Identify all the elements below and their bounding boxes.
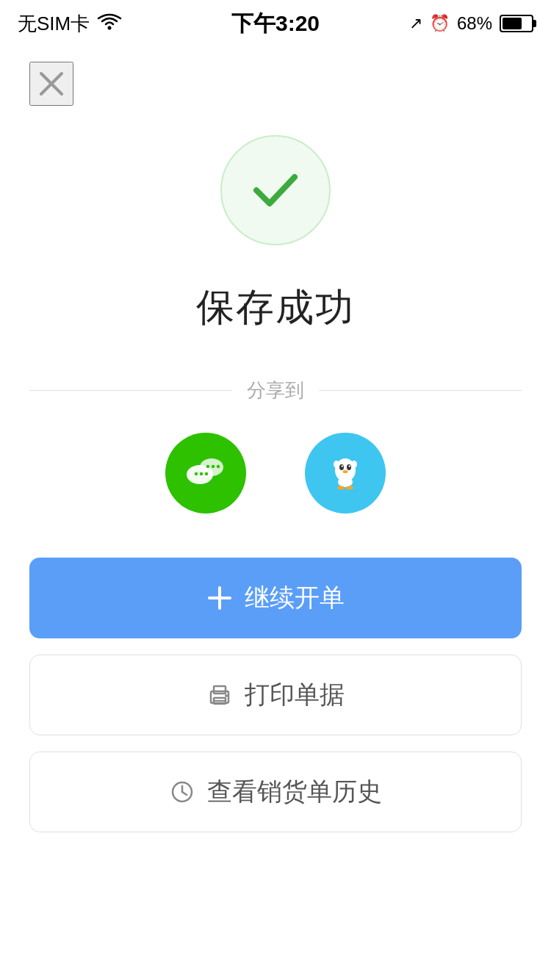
- continue-label: 继续开单: [245, 581, 345, 615]
- carrier-label: 无SIM卡: [18, 11, 90, 37]
- divider-right: [319, 390, 522, 391]
- svg-point-20: [334, 461, 339, 468]
- svg-point-19: [346, 486, 353, 490]
- print-label: 打印单据: [245, 678, 345, 712]
- share-section: 分享到: [29, 378, 522, 514]
- status-bar: 无SIM卡 下午3:20 ↗ ⏰ 68%: [0, 0, 551, 47]
- svg-point-6: [212, 465, 215, 468]
- battery-icon: [500, 15, 533, 32]
- action-buttons: 继续开单 打印单据 查看销货单历史: [29, 558, 522, 832]
- close-button[interactable]: [29, 62, 73, 106]
- svg-point-14: [347, 464, 351, 470]
- svg-point-21: [351, 461, 357, 468]
- svg-point-13: [339, 464, 344, 470]
- share-icons-row: [165, 433, 386, 514]
- status-right: ↗ ⏰ 68%: [409, 13, 533, 34]
- svg-point-10: [205, 472, 208, 475]
- history-button[interactable]: 查看销货单历史: [29, 752, 522, 832]
- history-label: 查看销货单历史: [207, 775, 382, 809]
- svg-point-4: [200, 458, 223, 476]
- status-time: 下午3:20: [231, 9, 320, 39]
- qq-share-button[interactable]: [305, 433, 386, 514]
- wifi-icon: [97, 12, 122, 35]
- success-title: 保存成功: [196, 282, 355, 334]
- alarm-icon: ⏰: [430, 14, 450, 33]
- svg-point-8: [195, 472, 198, 475]
- print-button[interactable]: 打印单据: [29, 655, 522, 735]
- divider-left: [29, 390, 232, 391]
- svg-point-7: [217, 465, 220, 468]
- svg-rect-25: [214, 686, 226, 693]
- svg-point-18: [337, 486, 345, 490]
- plus-icon: [206, 585, 233, 611]
- svg-point-29: [225, 694, 228, 697]
- svg-point-5: [206, 465, 209, 468]
- svg-point-17: [343, 470, 348, 473]
- svg-point-15: [342, 465, 343, 466]
- checkmark-icon: [246, 159, 305, 221]
- svg-line-32: [182, 792, 187, 795]
- location-icon: ↗: [409, 14, 422, 33]
- continue-button[interactable]: 继续开单: [29, 558, 522, 638]
- svg-point-9: [200, 472, 203, 475]
- history-icon: [169, 779, 195, 805]
- printer-icon: [206, 682, 233, 708]
- svg-point-0: [108, 26, 112, 29]
- battery-percent: 68%: [457, 13, 492, 34]
- share-label: 分享到: [247, 378, 304, 403]
- share-divider: 分享到: [29, 378, 522, 403]
- main-content: 保存成功 分享到: [0, 47, 551, 980]
- svg-point-16: [349, 465, 350, 466]
- success-icon-circle: [220, 135, 331, 245]
- wechat-share-button[interactable]: [165, 433, 246, 514]
- status-left: 无SIM卡: [18, 11, 122, 37]
- svg-point-12: [338, 477, 353, 487]
